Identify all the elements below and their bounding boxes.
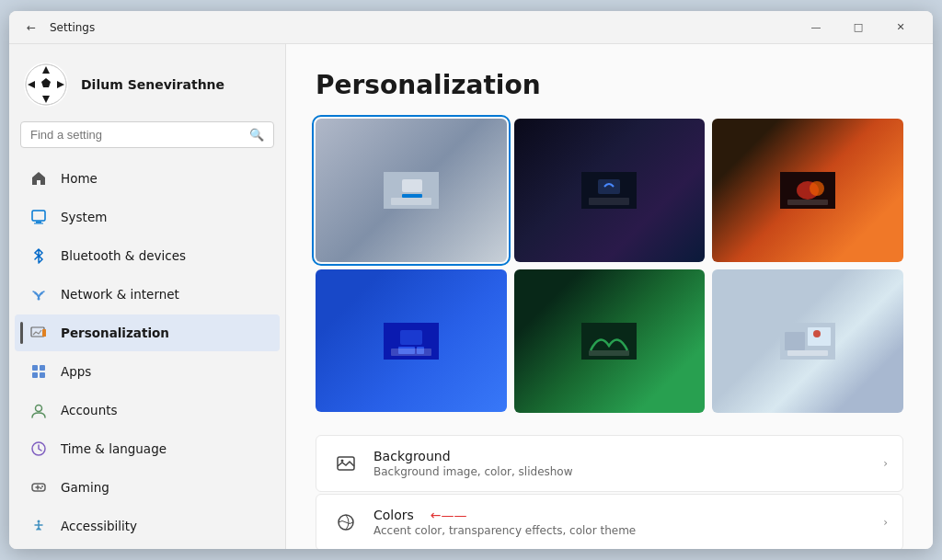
sidebar-item-bluetooth-label: Bluetooth & devices — [61, 248, 265, 263]
colors-arrow-indicator: ←—— — [431, 508, 467, 522]
minimize-button[interactable]: — — [795, 11, 837, 44]
svg-point-26 — [38, 520, 40, 523]
search-input[interactable] — [30, 128, 242, 142]
personalization-icon — [29, 324, 48, 342]
svg-rect-47 — [785, 332, 805, 350]
background-icon — [331, 449, 361, 478]
svg-rect-19 — [32, 372, 38, 378]
sidebar-item-network-label: Network & internet — [61, 287, 265, 302]
setting-row-background[interactable]: Background Background image, color, slid… — [316, 435, 903, 492]
bluetooth-icon — [29, 246, 48, 265]
sidebar-item-gaming-label: Gaming — [61, 480, 265, 495]
maximize-button[interactable]: □ — [837, 11, 879, 44]
avatar — [24, 63, 68, 107]
settings-list: Background Background image, color, slid… — [316, 435, 903, 550]
content-area: Personalization — [285, 44, 933, 549]
theme-thumbnail-2[interactable] — [514, 119, 706, 262]
theme-thumbnail-1[interactable] — [316, 119, 507, 262]
sidebar-item-accounts[interactable]: Accounts — [15, 392, 280, 429]
close-button[interactable]: ✕ — [879, 11, 922, 44]
svg-rect-33 — [589, 198, 629, 205]
gaming-icon — [29, 478, 48, 497]
themes-grid — [316, 119, 903, 413]
setting-row-colors[interactable]: Colors ←—— Accent color, transparency ef… — [316, 494, 903, 550]
sidebar-item-gaming[interactable]: Gaming — [15, 469, 280, 506]
accounts-icon — [29, 401, 48, 419]
page-title: Personalization — [316, 70, 903, 100]
sidebar-item-personalization-label: Personalization — [61, 326, 265, 340]
sidebar-item-apps[interactable]: Apps — [15, 353, 280, 390]
colors-setting-arrow: › — [883, 516, 888, 529]
sidebar-item-home-label: Home — [61, 171, 265, 186]
theme-thumbnail-3[interactable] — [712, 119, 903, 262]
svg-point-14 — [38, 298, 40, 301]
sidebar-item-network[interactable]: Network & internet — [15, 276, 280, 313]
system-icon — [29, 208, 48, 226]
colors-setting-subtitle: Accent color, transparency effects, colo… — [373, 524, 870, 537]
settings-window: ← Settings — □ ✕ — [9, 11, 933, 549]
user-section: Dilum Senevirathne — [9, 44, 285, 121]
svg-point-36 — [810, 181, 824, 196]
svg-rect-49 — [787, 350, 828, 356]
theme-thumbnail-6[interactable] — [712, 269, 903, 413]
sidebar-item-personalization[interactable]: Personalization — [15, 314, 280, 351]
titlebar: ← Settings — □ ✕ — [9, 11, 933, 44]
theme-thumbnail-5[interactable] — [514, 269, 706, 413]
svg-point-21 — [36, 406, 42, 412]
background-setting-text: Background Background image, color, slid… — [373, 449, 870, 478]
time-icon — [29, 440, 48, 458]
network-icon — [29, 285, 48, 303]
search-box[interactable]: 🔍 — [20, 121, 274, 148]
sidebar-item-system-label: System — [61, 210, 265, 224]
svg-rect-15 — [31, 327, 44, 337]
colors-setting-text: Colors ←—— Accent color, transparency ef… — [373, 508, 870, 537]
svg-rect-30 — [391, 198, 431, 205]
svg-rect-28 — [402, 179, 422, 192]
svg-point-48 — [813, 330, 821, 337]
svg-rect-17 — [32, 365, 38, 371]
sidebar-item-accounts-label: Accounts — [61, 403, 265, 417]
main-area: Dilum Senevirathne 🔍 Home System — [9, 44, 933, 549]
svg-rect-39 — [400, 330, 422, 345]
apps-icon — [29, 362, 48, 381]
sidebar-item-bluetooth[interactable]: Bluetooth & devices — [15, 237, 280, 274]
svg-rect-32 — [598, 179, 620, 194]
svg-rect-11 — [32, 211, 45, 221]
sidebar-item-accessibility-label: Accessibility — [61, 519, 265, 533]
svg-point-25 — [40, 487, 42, 489]
sidebar-item-time[interactable]: Time & language — [15, 430, 280, 467]
sidebar-item-system[interactable]: System — [15, 199, 280, 235]
sidebar-item-time-label: Time & language — [61, 441, 265, 456]
accessibility-icon — [29, 517, 48, 535]
sidebar-item-accessibility[interactable]: Accessibility — [15, 508, 280, 544]
svg-rect-37 — [787, 200, 828, 205]
svg-rect-13 — [34, 223, 43, 224]
svg-point-24 — [41, 486, 43, 487]
svg-rect-42 — [391, 349, 431, 356]
window-controls: — □ ✕ — [795, 11, 922, 44]
background-setting-arrow: › — [883, 457, 888, 470]
colors-icon — [331, 508, 361, 537]
sidebar-item-apps-label: Apps — [61, 364, 265, 379]
svg-rect-44 — [589, 350, 629, 356]
search-icon: 🔍 — [249, 128, 264, 142]
svg-rect-18 — [40, 365, 45, 371]
svg-rect-29 — [402, 194, 422, 198]
home-icon — [29, 169, 48, 188]
avatar-image — [24, 63, 68, 107]
user-name: Dilum Senevirathne — [81, 77, 224, 92]
background-setting-subtitle: Background image, color, slideshow — [373, 465, 870, 478]
svg-point-51 — [341, 459, 344, 462]
svg-rect-12 — [36, 222, 41, 223]
back-button[interactable]: ← — [20, 17, 42, 39]
window-title: Settings — [50, 21, 795, 34]
background-setting-title: Background — [373, 449, 870, 463]
sidebar-item-home[interactable]: Home — [15, 160, 280, 197]
sidebar: Dilum Senevirathne 🔍 Home System — [9, 44, 285, 549]
svg-rect-20 — [40, 372, 45, 378]
theme-thumbnail-4[interactable] — [316, 269, 507, 413]
svg-rect-16 — [42, 329, 46, 337]
colors-setting-title: Colors ←—— — [373, 508, 870, 522]
